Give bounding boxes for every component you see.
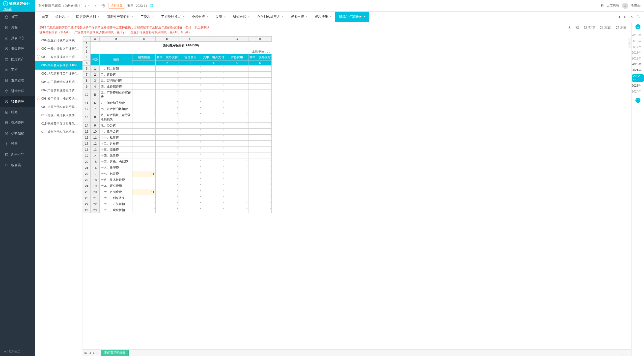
value-cell[interactable] <box>179 165 202 171</box>
value-cell[interactable]: 11 <box>132 171 156 177</box>
value-cell[interactable] <box>132 201 156 207</box>
download-button[interactable]: 下载 <box>568 25 579 30</box>
print-button[interactable]: 打印 <box>584 25 595 30</box>
year-option[interactable]: 2020年 <box>632 62 644 67</box>
nav-item-invoice[interactable]: 发票管理 <box>0 75 35 86</box>
col-header[interactable]: G <box>225 37 248 42</box>
value-cell[interactable] <box>156 112 179 123</box>
row-header[interactable]: 22 <box>83 171 91 177</box>
form-item-009[interactable]: 009-企业所得税弥补亏损明... <box>35 103 82 111</box>
row-header[interactable]: 28 <box>83 207 91 213</box>
value-cell[interactable] <box>225 72 248 78</box>
value-cell[interactable] <box>156 72 179 78</box>
close-icon[interactable]: ✕ <box>282 15 284 18</box>
value-cell[interactable] <box>202 84 225 90</box>
col-header[interactable]: E <box>179 37 202 42</box>
value-cell[interactable] <box>225 189 248 195</box>
nav-item-guide[interactable]: 新手引导 <box>0 149 35 160</box>
value-cell[interactable] <box>225 129 248 135</box>
value-cell[interactable] <box>179 90 202 100</box>
close-icon[interactable]: ✕ <box>329 15 332 18</box>
value-cell[interactable] <box>179 147 202 153</box>
value-cell[interactable] <box>202 153 225 159</box>
row-header[interactable]: 8 <box>83 78 91 84</box>
row-header[interactable]: 24 <box>83 183 91 189</box>
year-down-icon[interactable]: ︾ <box>635 98 640 103</box>
value-cell[interactable] <box>132 100 156 106</box>
value-cell[interactable] <box>225 159 248 165</box>
row-header[interactable]: 9 <box>83 84 91 90</box>
value-cell[interactable] <box>225 106 248 112</box>
value-cell[interactable] <box>248 90 272 100</box>
value-cell[interactable] <box>179 66 202 72</box>
value-cell[interactable] <box>179 106 202 112</box>
value-cell[interactable] <box>248 100 272 106</box>
form-item-001[interactable]: 001-企业所得税年度纳税申... <box>35 36 82 45</box>
value-cell[interactable] <box>179 153 202 159</box>
value-cell[interactable] <box>248 189 272 195</box>
value-cell[interactable] <box>156 135 179 141</box>
value-cell[interactable] <box>179 84 202 90</box>
value-cell[interactable] <box>156 171 179 177</box>
account-selector[interactable]: 刘小艳演示账套（勿删勿动！）1 ﹀ <box>38 4 91 8</box>
value-cell[interactable] <box>202 189 225 195</box>
tab[interactable]: 进销台账✕ <box>230 12 254 22</box>
value-cell[interactable] <box>132 183 156 189</box>
value-cell[interactable] <box>202 78 225 84</box>
value-cell[interactable] <box>156 90 179 100</box>
value-cell[interactable] <box>248 106 272 112</box>
value-cell[interactable] <box>132 123 156 129</box>
value-cell[interactable] <box>248 112 272 123</box>
form-item-007[interactable]: 007-广告费和业务宣传费跨... <box>35 86 82 95</box>
value-cell[interactable] <box>156 129 179 135</box>
value-cell[interactable] <box>248 165 272 171</box>
value-cell[interactable] <box>156 159 179 165</box>
corner-cell[interactable] <box>83 37 91 42</box>
value-cell[interactable] <box>156 207 179 213</box>
value-cell[interactable] <box>225 195 248 201</box>
value-cell[interactable] <box>225 171 248 177</box>
nav-item-vip[interactable]: 畅会员 <box>0 160 35 170</box>
value-cell[interactable] <box>132 159 156 165</box>
value-cell[interactable] <box>225 135 248 141</box>
year-option[interactable]: 2015年 <box>632 33 644 38</box>
logo[interactable]: 畅捷通好会计 专业版 <box>0 0 35 12</box>
value-cell[interactable] <box>132 78 156 84</box>
value-cell[interactable] <box>202 147 225 153</box>
close-icon[interactable]: ✕ <box>152 15 154 18</box>
form-item-002[interactable]: 002-一般企业收入明细表(A1... <box>35 45 82 53</box>
value-cell[interactable] <box>132 66 156 72</box>
form-item-008[interactable]: 008-资产折旧、摊销及纳税... <box>35 95 82 103</box>
row-header[interactable]: 2 <box>83 45 91 49</box>
value-cell[interactable]: 11 <box>132 189 156 195</box>
period-value[interactable]: 2023-11 <box>136 4 147 8</box>
value-cell[interactable] <box>248 135 272 141</box>
nav-item-report[interactable]: 报表中心 <box>0 33 35 43</box>
value-cell[interactable] <box>225 100 248 106</box>
value-cell[interactable] <box>179 201 202 207</box>
value-cell[interactable] <box>156 195 179 201</box>
value-cell[interactable] <box>179 189 202 195</box>
value-cell[interactable] <box>156 106 179 112</box>
refresh-button[interactable]: 刷新 <box>615 25 627 30</box>
nav-item-close-period[interactable]: 结账 <box>0 107 35 117</box>
value-cell[interactable] <box>132 129 156 135</box>
value-cell[interactable] <box>132 112 156 123</box>
value-cell[interactable] <box>179 78 202 84</box>
value-cell[interactable] <box>132 195 156 201</box>
value-cell[interactable] <box>225 78 248 84</box>
row-header[interactable]: 15 <box>83 129 91 135</box>
value-cell[interactable] <box>132 177 156 183</box>
tabs-fullscreen-icon[interactable]: ⛶ <box>635 15 640 19</box>
value-cell[interactable] <box>179 195 202 201</box>
value-cell[interactable] <box>202 177 225 183</box>
tab[interactable]: 发票✕ <box>212 12 230 22</box>
row-header[interactable]: 1 <box>83 42 91 45</box>
value-cell[interactable] <box>132 153 156 159</box>
value-cell[interactable] <box>202 100 225 106</box>
row-header[interactable]: 5 <box>83 61 91 66</box>
value-cell[interactable] <box>179 183 202 189</box>
value-cell[interactable] <box>248 84 272 90</box>
nav-item-home[interactable]: 首页 <box>0 12 35 22</box>
year-option[interactable]: 2021年 <box>632 68 644 72</box>
